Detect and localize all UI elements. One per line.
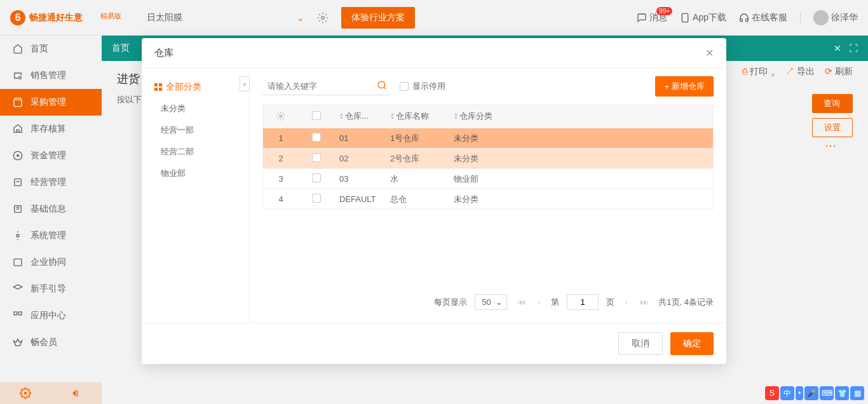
table-row[interactable]: 3 03 水 物业部 (263, 168, 713, 189)
ime-toolbar: S 中 • 🎤 ⌨ 👕 ▦ (765, 386, 864, 400)
svg-rect-19 (159, 83, 162, 86)
per-page-label: 每页显示 (434, 297, 467, 308)
ime-skin-icon[interactable]: 👕 (835, 386, 849, 400)
svg-rect-18 (154, 83, 158, 86)
grid-icon (154, 83, 162, 91)
svg-point-24 (280, 115, 282, 118)
plus-icon: + (664, 82, 669, 91)
cancel-button[interactable]: 取消 (618, 332, 663, 355)
first-page-icon[interactable]: ⏮ (515, 297, 528, 307)
page-input[interactable] (567, 294, 599, 310)
modal-close-icon[interactable]: ✕ (705, 47, 714, 59)
row-checkbox[interactable] (299, 153, 334, 164)
category-item[interactable]: 未分类 (142, 98, 249, 119)
page-suffix: 页 (606, 297, 614, 308)
per-page-select[interactable]: 50 ⌄ (475, 294, 506, 310)
header-name[interactable]: ▲▼仓库名称 (385, 111, 449, 122)
category-item[interactable]: 经营一部 (142, 119, 249, 141)
ime-grid-icon[interactable]: ▦ (850, 386, 864, 400)
row-checkbox[interactable] (299, 133, 334, 144)
svg-rect-20 (154, 88, 158, 91)
table-row[interactable]: 1 01 1号仓库 未分类 (263, 128, 713, 148)
prev-page-icon[interactable]: ‹ (536, 297, 543, 307)
category-collapse-icon[interactable]: « (240, 76, 250, 91)
show-disabled-checkbox[interactable]: 显示停用 (400, 81, 445, 92)
search-input[interactable] (262, 77, 390, 95)
header-category[interactable]: ▲▼仓库分类 (449, 111, 713, 122)
add-warehouse-label: 新增仓库 (672, 81, 705, 92)
category-all[interactable]: 全部分类 (142, 76, 249, 98)
ime-keyboard-icon[interactable]: ⌨ (820, 386, 834, 400)
show-disabled-label: 显示停用 (412, 81, 445, 92)
add-warehouse-button[interactable]: + 新增仓库 (655, 76, 714, 97)
row-checkbox[interactable] (299, 194, 334, 205)
ime-punct-icon[interactable]: • (796, 386, 803, 400)
last-page-icon[interactable]: ⏭ (637, 297, 651, 307)
ime-mic-icon[interactable]: 🎤 (804, 386, 818, 400)
table-row[interactable]: 2 02 2号仓库 未分类 (263, 148, 713, 168)
ime-sogou-icon[interactable]: S (765, 386, 779, 400)
row-checkbox[interactable] (299, 173, 334, 184)
confirm-button[interactable]: 确定 (670, 332, 714, 355)
next-page-icon[interactable]: › (622, 297, 630, 307)
svg-rect-21 (159, 88, 162, 91)
table-gear-icon[interactable] (263, 112, 299, 121)
ime-lang-icon[interactable]: 中 (780, 386, 794, 400)
category-all-label: 全部分类 (166, 81, 201, 93)
page-prefix: 第 (551, 297, 559, 308)
header-code[interactable]: ▲▼仓库... (334, 111, 385, 122)
search-icon[interactable] (377, 80, 387, 90)
modal-title: 仓库 (154, 47, 173, 59)
pagination-summary: 共1页, 4条记录 (658, 297, 714, 308)
svg-point-22 (378, 81, 385, 88)
select-all-checkbox[interactable] (299, 111, 334, 122)
table-row[interactable]: 4 DEFAULT 总仓 未分类 (263, 189, 713, 209)
category-item[interactable]: 物业部 (142, 163, 249, 184)
category-item[interactable]: 经营二部 (142, 141, 249, 163)
svg-line-23 (384, 87, 386, 89)
